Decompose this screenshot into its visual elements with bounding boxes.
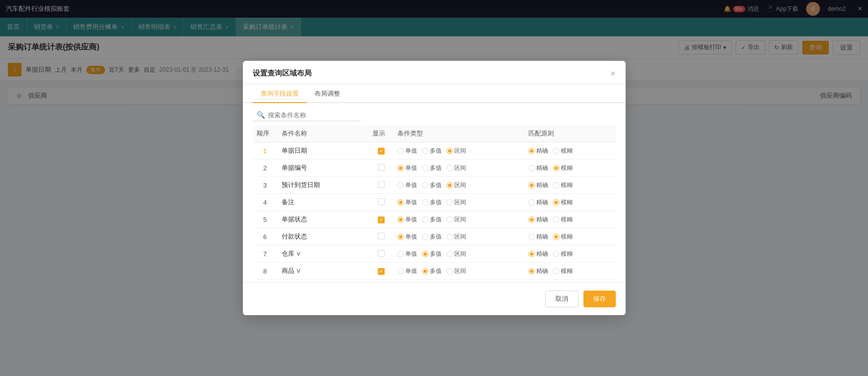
tab-query-fields-label: 查询字段设置 [261,90,299,97]
dialog-search-area: 🔍 [243,103,626,111]
settings-dialog: 设置查询区域布局 × 查询字段设置 布局调整 🔍 [243,61,626,111]
dialog-tabs: 查询字段设置 布局调整 [243,84,626,103]
dialog-overlay: 设置查询区域布局 × 查询字段设置 布局调整 🔍 [0,0,868,111]
tab-layout-adjust[interactable]: 布局调整 [307,84,348,103]
dialog-header: 设置查询区域布局 × [243,61,626,84]
dialog-title: 设置查询区域布局 [253,69,312,78]
search-box: 🔍 [253,109,361,111]
tab-query-fields[interactable]: 查询字段设置 [253,84,307,103]
tab-layout-adjust-label: 布局调整 [315,90,340,97]
dialog-close-button[interactable]: × [610,69,616,78]
